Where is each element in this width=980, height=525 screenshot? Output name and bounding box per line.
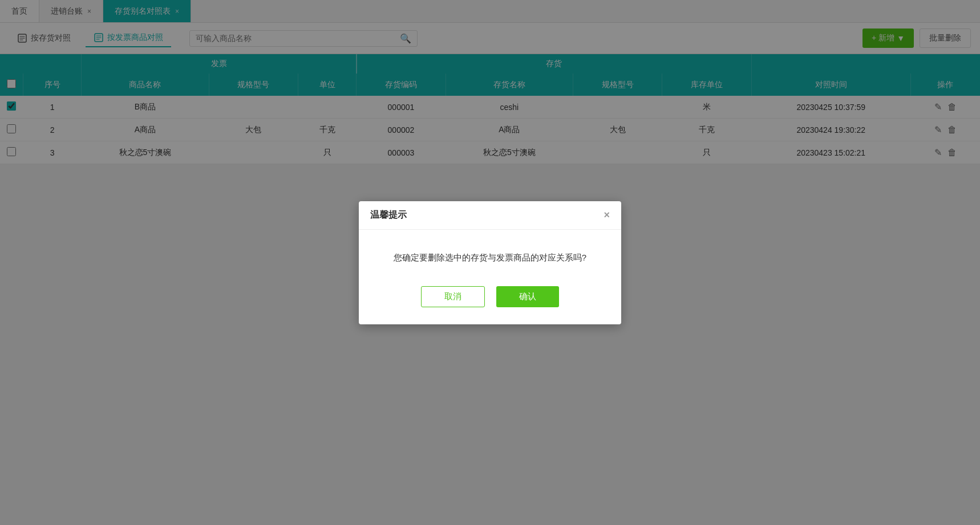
modal-overlay: 温馨提示 × 您确定要删除选中的存货与发票商品的对应关系吗? 取消 确认 xyxy=(0,0,980,164)
